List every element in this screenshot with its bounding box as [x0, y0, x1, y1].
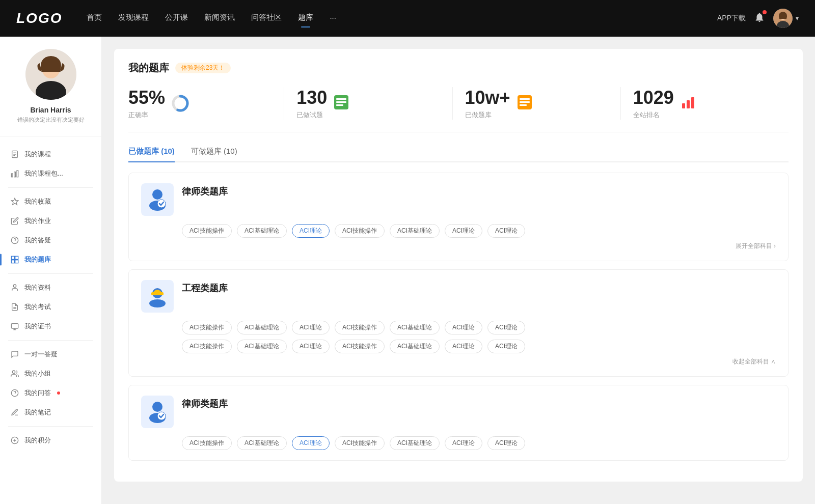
user-avatar-button[interactable]: ▾ — [773, 9, 799, 28]
svg-rect-41 — [682, 103, 685, 108]
notification-bell[interactable] — [754, 12, 765, 25]
qbank-name-2: 工程类题库 — [182, 282, 228, 294]
person-icon — [10, 283, 19, 292]
tag-item[interactable]: ACI基础理论 — [237, 340, 287, 353]
tag-item[interactable]: ACI理论 — [487, 224, 525, 238]
sidebar-item-notes[interactable]: 我的笔记 — [0, 403, 101, 422]
nav-qbank[interactable]: 题库 — [298, 13, 313, 24]
tag-item[interactable]: ACI基础理论 — [390, 340, 440, 353]
qbank-header-3: 律师类题库 — [141, 396, 776, 428]
tag-item[interactable]: ACI技能操作 — [335, 340, 385, 353]
tag-item[interactable]: ACI基础理论 — [237, 321, 287, 334]
svg-rect-18 — [11, 260, 14, 263]
tag-item[interactable]: ACI基础理论 — [237, 224, 287, 238]
tag-item[interactable]: ACI理论 — [487, 340, 525, 353]
tag-item[interactable]: ACI技能操作 — [182, 340, 232, 353]
tag-item[interactable]: ACI技能操作 — [182, 321, 232, 334]
svg-point-48 — [149, 299, 166, 307]
nav-news[interactable]: 新闻资讯 — [204, 13, 235, 24]
nav-menu: 首页 发现课程 公开课 新闻资讯 问答社区 题库 ··· — [87, 13, 717, 24]
sidebar-label-homework: 我的作业 — [24, 216, 51, 226]
tag-item[interactable]: ACI技能操作 — [335, 436, 385, 450]
svg-point-26 — [12, 371, 15, 373]
question-icon — [10, 236, 19, 245]
tag-item[interactable]: ACI理论 — [487, 436, 525, 450]
sidebar-divider-4 — [8, 426, 93, 427]
sidebar-item-answers[interactable]: 我的答疑 — [0, 231, 101, 250]
sidebar-item-myqa[interactable]: 我的问答 — [0, 383, 101, 403]
tag-item[interactable]: ACI基础理论 — [390, 436, 440, 450]
svg-rect-39 — [520, 101, 530, 103]
cert-icon — [10, 322, 19, 331]
tag-item[interactable]: ACI理论 — [292, 340, 330, 353]
svg-rect-43 — [691, 97, 694, 108]
qbank-tags-3: ACI技能操作 ACI基础理论 ACI理论 ACI技能操作 ACI基础理论 AC… — [141, 436, 776, 450]
nav-qa[interactable]: 问答社区 — [251, 13, 282, 24]
svg-rect-10 — [11, 174, 13, 177]
nav-home[interactable]: 首页 — [87, 13, 102, 24]
sidebar-item-course-pkg[interactable]: 我的课程包... — [0, 164, 101, 183]
tag-item-active[interactable]: ACI理论 — [292, 224, 330, 238]
tab-todo[interactable]: 可做题库 (10) — [191, 147, 237, 161]
sidebar-item-profile[interactable]: 我的资料 — [0, 278, 101, 297]
sidebar-label-cert: 我的证书 — [24, 322, 51, 331]
chevron-down-icon: ▾ — [796, 15, 799, 22]
qbank-tags-2a: ACI技能操作 ACI基础理论 ACI理论 ACI技能操作 ACI基础理论 AC… — [141, 321, 776, 334]
sidebar-item-points[interactable]: 我的积分 — [0, 431, 101, 450]
sidebar-item-homework[interactable]: 我的作业 — [0, 211, 101, 231]
sidebar-label-course-pkg: 我的课程包... — [24, 169, 63, 178]
tag-item[interactable]: ACI基础理论 — [390, 224, 440, 238]
sidebar-item-group[interactable]: 我的小组 — [0, 364, 101, 383]
qbank-name-3: 律师类题库 — [182, 398, 228, 410]
profile-name: Brian Harris — [30, 106, 71, 114]
tag-item[interactable]: ACI理论 — [445, 224, 482, 238]
sidebar-menu: 我的课程 我的课程包... 我的收藏 — [0, 136, 101, 458]
qbank-name-1: 律师类题库 — [182, 185, 228, 198]
doc-icon — [10, 302, 19, 312]
sidebar-label-qbank: 我的题库 — [24, 255, 51, 264]
sidebar-item-cert[interactable]: 我的证书 — [0, 317, 101, 336]
nav-open-course[interactable]: 公开课 — [165, 13, 188, 24]
nav-discover[interactable]: 发现课程 — [118, 13, 149, 24]
points-icon — [10, 436, 19, 445]
sidebar-item-exam[interactable]: 我的考试 — [0, 297, 101, 317]
grid-icon — [10, 255, 19, 264]
tag-item[interactable]: ACI基础理论 — [237, 436, 287, 450]
edit-icon — [10, 216, 19, 226]
sidebar-item-favorites[interactable]: 我的收藏 — [0, 192, 101, 211]
svg-point-50 — [152, 402, 162, 412]
tag-item[interactable]: ACI技能操作 — [182, 436, 232, 450]
sidebar-item-course[interactable]: 我的课程 — [0, 145, 101, 164]
tag-item[interactable]: ACI技能操作 — [182, 224, 232, 238]
donut-chart-icon — [171, 94, 189, 113]
app-download[interactable]: APP下载 — [717, 14, 746, 23]
main-layout: Brian Harris 错误的决定比没有决定要好 我的课程 我的课程包... — [0, 37, 815, 504]
notification-badge — [763, 10, 767, 14]
tag-item[interactable]: ACI理论 — [445, 436, 482, 450]
chat-icon — [10, 350, 19, 359]
qbank-icon-lawyer-2 — [141, 396, 174, 428]
tag-item[interactable]: ACI理论 — [292, 321, 330, 334]
tag-item[interactable]: ACI基础理论 — [390, 321, 440, 334]
tag-item[interactable]: ACI理论 — [445, 321, 482, 334]
svg-rect-38 — [520, 98, 530, 100]
svg-rect-35 — [336, 101, 346, 103]
tag-item[interactable]: ACI技能操作 — [335, 224, 385, 238]
sidebar-label-one-on-one: 一对一答疑 — [24, 350, 58, 359]
tag-item[interactable]: ACI技能操作 — [335, 321, 385, 334]
collapse-link[interactable]: 收起全部科目 ∧ — [141, 357, 776, 366]
avatar — [773, 9, 793, 28]
stat-accuracy-label: 正确率 — [128, 110, 165, 120]
svg-point-32 — [176, 99, 184, 107]
expand-link-1[interactable]: 展开全部科目 › — [141, 242, 776, 250]
sidebar-item-qbank[interactable]: 我的题库 — [0, 250, 101, 269]
svg-rect-34 — [336, 98, 346, 100]
tab-done[interactable]: 已做题库 (10) — [128, 147, 175, 161]
stats-row: 55% 正确率 130 已做试题 — [128, 87, 789, 132]
tag-item[interactable]: ACI理论 — [487, 321, 525, 334]
tag-item[interactable]: ACI理论 — [445, 340, 482, 353]
nav-more[interactable]: ··· — [330, 13, 336, 24]
sidebar-item-one-on-one[interactable]: 一对一答疑 — [0, 345, 101, 364]
sidebar-label-profile: 我的资料 — [24, 283, 51, 292]
tag-item-active[interactable]: ACI理论 — [292, 436, 330, 450]
